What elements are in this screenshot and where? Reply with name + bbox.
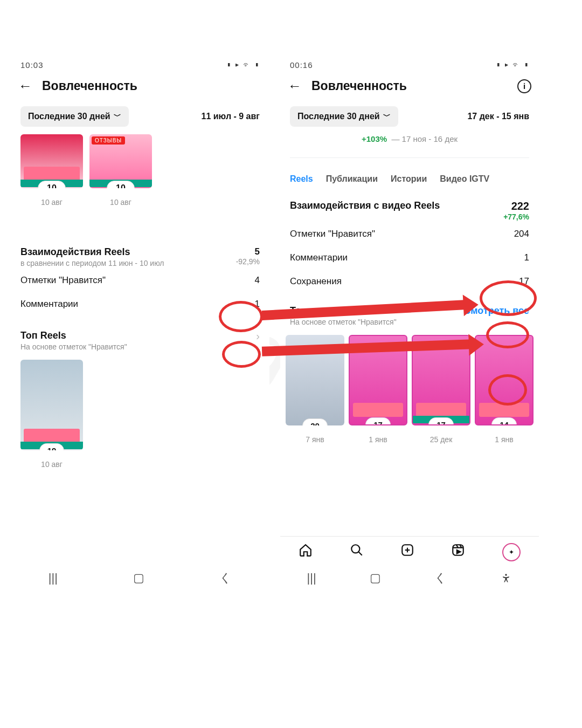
reels-change-pct: -92,9% [236, 257, 260, 266]
engagement-badge: 14 [491, 417, 517, 425]
reel-date: 1 янв [369, 425, 387, 444]
prev-change-range: 17 ноя - 16 дек [402, 134, 458, 143]
period-label: Последние 30 дней [28, 112, 110, 121]
comments-label: Комментарии [290, 252, 348, 263]
top-reels-subtitle: На основе отметок "Нравится" [290, 318, 397, 326]
see-all-link[interactable]: Смотреть все [463, 305, 529, 317]
android-nav: ||| ▢ く [280, 567, 539, 589]
post-thumb[interactable]: ОТЗЫВЫ 10 [89, 134, 152, 188]
thumb-date: 10 авг [41, 188, 63, 207]
accessibility-icon[interactable] [500, 572, 512, 584]
reel-thumb[interactable]: 19 [20, 360, 83, 450]
date-range: 17 дек - 15 янв [467, 112, 529, 121]
page-title: Вовлеченность [311, 79, 508, 93]
thumb-tag: ОТЗЫВЫ [92, 136, 125, 145]
back-icon[interactable]: ← [288, 78, 302, 94]
thumb-date: 10 авг [110, 188, 131, 207]
top-reels-title: Топ видео Reels [290, 305, 397, 317]
status-bar: 10:03 ▮ ▶ ᯤ ▮ [11, 56, 269, 73]
previous-period-change: +103% — 17 ноя - 16 дек [280, 134, 539, 148]
recents-icon[interactable]: ||| [48, 571, 58, 585]
tab-igtv[interactable]: Видео IGTV [440, 174, 489, 184]
comments-value: 1 [524, 252, 529, 263]
reel-date: 10 авг [41, 450, 63, 469]
engagement-badge: 19 [39, 443, 65, 450]
back-nav-icon[interactable]: く [434, 570, 447, 586]
page-title: Вовлеченность [42, 79, 262, 93]
reels-interactions-title: Взаимодействия с видео Reels [290, 200, 440, 211]
back-nav-icon[interactable]: く [219, 570, 232, 586]
reels-interactions-title: Взаимодействия Reels [20, 246, 164, 258]
reel-thumb[interactable]: 20 [286, 335, 344, 425]
top-reels-title: Топ Reels [20, 330, 127, 341]
period-label: Последние 30 дней [297, 112, 380, 121]
android-nav: ||| ▢ く [11, 567, 269, 589]
svg-point-6 [505, 574, 507, 575]
search-icon[interactable] [350, 543, 364, 561]
svg-line-1 [358, 552, 362, 555]
likes-label: Отметки "Нравится" [20, 275, 106, 286]
tab-stories[interactable]: Истории [391, 174, 427, 184]
svg-point-0 [351, 545, 359, 553]
reel-date: 1 янв [495, 425, 513, 444]
back-icon[interactable]: ← [18, 78, 32, 94]
comments-value: 1 [255, 299, 260, 310]
engagement-badge: 10 [107, 181, 135, 188]
reels-interactions-value: 5 [236, 246, 260, 257]
screenshot-left: 10:03 ▮ ▶ ᯤ ▮ ← Вовлеченность Последние … [11, 56, 269, 589]
clock: 00:16 [290, 60, 313, 70]
engagement-badge: 20 [302, 418, 328, 425]
info-icon[interactable]: i [517, 79, 531, 93]
chevron-down-icon: ﹀ [114, 112, 121, 121]
reels-compare-subtitle: в сравнении с периодом 11 июн - 10 июл [20, 259, 164, 267]
prev-change-pct: +103% [362, 134, 387, 143]
profile-avatar[interactable]: ✦ [502, 543, 521, 561]
screenshot-right: 00:16 ▮ ▶ ᯤ ▮ ← Вовлеченность i Последни… [280, 56, 539, 589]
status-icons: ▮ ▶ ᯤ ▮ [227, 60, 260, 69]
reel-date: 25 дек [430, 425, 453, 444]
period-dropdown[interactable]: Последние 30 дней ﹀ [20, 106, 129, 127]
home-icon[interactable] [299, 543, 313, 561]
reel-thumb[interactable]: 17 [349, 335, 407, 425]
engagement-badge: 17 [428, 417, 454, 425]
comments-label: Комментарии [20, 299, 78, 310]
tab-reels[interactable]: Reels [290, 174, 313, 184]
engagement-badge: 17 [365, 417, 391, 425]
chevron-down-icon: ﹀ [383, 112, 391, 121]
reels-change-pct: +77,6% [503, 212, 529, 221]
date-range: 11 июл - 9 авг [202, 112, 260, 121]
period-dropdown[interactable]: Последние 30 дней ﹀ [290, 106, 398, 127]
home-icon[interactable]: ▢ [370, 571, 381, 585]
likes-value: 204 [514, 229, 529, 239]
reels-icon[interactable] [451, 543, 465, 561]
chevron-right-icon[interactable]: › [256, 330, 260, 342]
saves-label: Сохранения [290, 276, 342, 287]
tab-posts[interactable]: Публикации [326, 174, 378, 184]
reels-interactions-value: 222 [503, 200, 529, 212]
reel-thumb[interactable]: 17 [412, 335, 470, 425]
status-icons: ▮ ▶ ᯤ ▮ [496, 60, 529, 69]
likes-label: Отметки "Нравится" [290, 229, 375, 239]
recents-icon[interactable]: ||| [307, 571, 316, 585]
reel-thumb[interactable]: 14 [475, 335, 534, 425]
status-bar: 00:16 ▮ ▶ ᯤ ▮ [280, 56, 539, 73]
home-icon[interactable]: ▢ [133, 571, 144, 585]
new-post-icon[interactable] [400, 543, 414, 561]
likes-value: 4 [255, 275, 260, 286]
reel-date: 7 янв [306, 425, 324, 444]
engagement-badge: 10 [38, 181, 66, 188]
top-reels-subtitle: На основе отметок "Нравится" [20, 342, 127, 351]
saves-value: 17 [519, 276, 529, 287]
post-thumb[interactable]: 10 [20, 134, 83, 188]
clock: 10:03 [20, 60, 44, 70]
instagram-bottom-nav: ✦ [280, 536, 539, 567]
